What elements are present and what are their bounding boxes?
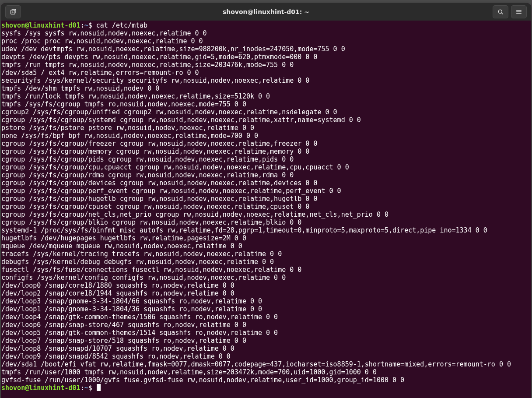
prompt-line: shovon@linuxhint-d01:~$ cat /etc/mtab — [1, 21, 531, 29]
output-line: securityfs /sys/kernel/security security… — [1, 77, 531, 85]
hamburger-icon — [515, 8, 522, 15]
output-line: tmpfs /run/user/1000 tmpfs rw,nosuid,nod… — [1, 368, 531, 376]
output-line: /dev/loop6 /snap/snap-store/467 squashfs… — [1, 321, 531, 329]
output-line: cgroup /sys/fs/cgroup/hugetlb cgroup rw,… — [1, 195, 531, 203]
output-line: /dev/sda1 /boot/efi vfat rw,relatime,fma… — [1, 360, 531, 368]
output-line: /dev/loop3 /snap/gnome-3-34-1804/66 squa… — [1, 297, 531, 305]
prompt-dollar: $ — [88, 21, 96, 29]
output-line: debugfs /sys/kernel/debug debugfs rw,nos… — [1, 258, 531, 266]
output-line: pstore /sys/fs/pstore pstore rw,nosuid,n… — [1, 124, 531, 132]
output-line: cgroup /sys/fs/cgroup/cpu,cpuacct cgroup… — [1, 163, 531, 171]
prompt-dollar: $ — [88, 384, 96, 392]
new-tab-icon — [10, 8, 17, 15]
output-line: /dev/loop0 /snap/core18/1880 squashfs ro… — [1, 282, 531, 289]
output-line: devpts /dev/pts devpts rw,nosuid,noexec,… — [1, 53, 531, 61]
output-line: cgroup /sys/fs/cgroup/cpuset cgroup rw,n… — [1, 203, 531, 211]
output-line: cgroup /sys/fs/cgroup/blkio cgroup rw,no… — [1, 218, 531, 226]
cursor — [97, 384, 101, 391]
prompt-sep: : — [80, 21, 84, 29]
output-line: cgroup /sys/fs/cgroup/perf_event cgroup … — [1, 187, 531, 195]
output-line: tmpfs /sys/fs/cgroup tmpfs ro,nosuid,nod… — [1, 100, 531, 108]
search-icon — [497, 8, 504, 15]
output-line: /dev/loop7 /snap/snap-store/518 squashfs… — [1, 337, 531, 345]
output-line: cgroup /sys/fs/cgroup/freezer cgroup rw,… — [1, 140, 531, 148]
prompt-userhost: shovon@linuxhint-d01 — [1, 21, 80, 29]
output-line: fusectl /sys/fs/fuse/connections fusectl… — [1, 266, 531, 274]
output-line: /dev/loop5 /snap/gtk-common-themes/1514 … — [1, 329, 531, 337]
output-line: gvfsd-fuse /run/user/1000/gvfs fuse.gvfs… — [1, 376, 531, 384]
output-line: /dev/loop2 /snap/core18/1944 squashfs ro… — [1, 289, 531, 297]
output-line: /dev/sda5 / ext4 rw,relatime,errors=remo… — [1, 69, 531, 77]
output-line: configfs /sys/kernel/config configfs rw,… — [1, 274, 531, 282]
output-line: hugetlbfs /dev/hugepages hugetlbfs rw,re… — [1, 234, 531, 242]
titlebar: shovon@linuxhint-d01: ~ — [1, 3, 531, 21]
terminal-window: shovon@linuxhint-d01: ~ shovon@linuxhint… — [1, 3, 531, 398]
prompt-userhost: shovon@linuxhint-d01 — [1, 384, 80, 392]
output-line: sysfs /sys sysfs rw,nosuid,nodev,noexec,… — [1, 29, 531, 37]
output-line: /dev/loop9 /snap/snapd/8542 squashfs ro,… — [1, 352, 531, 360]
output-line: systemd-1 /proc/sys/fs/binfmt_misc autof… — [1, 226, 531, 234]
search-button[interactable] — [493, 5, 508, 18]
svg-point-1 — [498, 10, 502, 13]
output-line: tracefs /sys/kernel/tracing tracefs rw,n… — [1, 250, 531, 258]
output-line: tmpfs /run/lock tmpfs rw,nosuid,nodev,no… — [1, 92, 531, 100]
output-line: cgroup /sys/fs/cgroup/rdma cgroup rw,nos… — [1, 171, 531, 179]
output-line: cgroup /sys/fs/cgroup/systemd cgroup rw,… — [1, 116, 531, 124]
new-tab-button[interactable] — [5, 5, 21, 18]
output-line: mqueue /dev/mqueue mqueue rw,nosuid,node… — [1, 242, 531, 250]
terminal-body[interactable]: shovon@linuxhint-d01:~$ cat /etc/mtabsys… — [1, 21, 531, 398]
output-line: cgroup2 /sys/fs/cgroup/unified cgroup2 r… — [1, 108, 531, 116]
prompt-path: ~ — [84, 21, 88, 29]
output-line: none /sys/fs/bpf bpf rw,nosuid,nodev,noe… — [1, 132, 531, 140]
output-line: cgroup /sys/fs/cgroup/devices cgroup rw,… — [1, 179, 531, 187]
output-line: cgroup /sys/fs/cgroup/pids cgroup rw,nos… — [1, 155, 531, 163]
window-title: shovon@linuxhint-d01: ~ — [1, 3, 531, 21]
output-line: tmpfs /dev/shm tmpfs rw,nosuid,nodev 0 0 — [1, 85, 531, 92]
command-text: cat /etc/mtab — [96, 21, 147, 29]
output-line: proc /proc proc rw,nosuid,nodev,noexec,r… — [1, 37, 531, 45]
output-line: udev /dev devtmpfs rw,nosuid,noexec,rela… — [1, 45, 531, 53]
prompt-path: ~ — [84, 384, 88, 392]
output-line: tmpfs /run tmpfs rw,nosuid,nodev,noexec,… — [1, 61, 531, 69]
prompt-sep: : — [80, 384, 84, 392]
output-line: /dev/loop4 /snap/gtk-common-themes/1506 … — [1, 313, 531, 321]
prompt-line: shovon@linuxhint-d01:~$ — [1, 384, 531, 392]
output-line: cgroup /sys/fs/cgroup/net_cls,net_prio c… — [1, 211, 531, 218]
output-line: /dev/loop8 /snap/snapd/10707 squashfs ro… — [1, 345, 531, 352]
output-line: /dev/loop1 /snap/gnome-3-34-1804/36 squa… — [1, 305, 531, 313]
hamburger-menu-button[interactable] — [511, 5, 527, 18]
output-line: cgroup /sys/fs/cgroup/memory cgroup rw,n… — [1, 148, 531, 155]
